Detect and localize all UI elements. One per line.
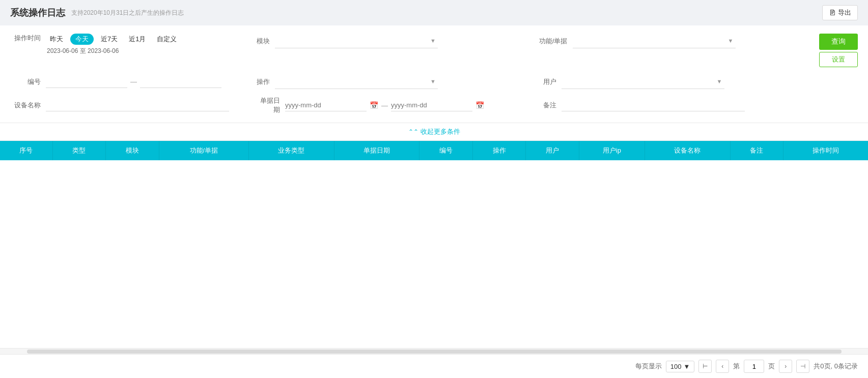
collapse-label: 收起更多条件 [421, 127, 460, 136]
first-page-button[interactable]: ⊢ [698, 360, 712, 373]
calendar-from-icon[interactable]: 📅 [370, 101, 378, 109]
action-buttons: 查询 设置 [819, 34, 858, 67]
function-chevron-icon: ▼ [728, 38, 736, 44]
col-type: 类型 [52, 141, 105, 160]
col-remark: 备注 [730, 141, 783, 160]
remark-input[interactable] [562, 99, 745, 111]
collapse-row: ⌃⌃ 收起更多条件 [0, 123, 868, 141]
table-wrapper: 序号 类型 模块 功能/单据 业务类型 单据日期 编号 操作 用户 用户ip 设… [0, 141, 868, 348]
time-btn-custom[interactable]: 自定义 [153, 34, 181, 45]
number-dash: — [130, 78, 137, 85]
module-select[interactable]: ▼ [275, 34, 438, 48]
device-input[interactable] [46, 99, 229, 111]
time-btn-7days[interactable]: 近7天 [97, 34, 122, 45]
col-date: 单据日期 [334, 141, 419, 160]
page-subtitle: 支持2020年10月31日之后产生的操作日志 [71, 9, 184, 17]
query-button[interactable]: 查询 [819, 34, 858, 50]
page-number-input[interactable] [744, 360, 764, 373]
date-from-input[interactable] [285, 99, 367, 111]
function-value [573, 36, 728, 46]
table-header: 序号 类型 模块 功能/单据 业务类型 单据日期 编号 操作 用户 用户ip 设… [0, 141, 868, 160]
collapse-button[interactable]: ⌃⌃ 收起更多条件 [408, 127, 460, 136]
col-operation: 操作 [472, 141, 525, 160]
empty-area [0, 160, 868, 313]
remark-label: 备注 [526, 101, 562, 110]
last-page-button[interactable]: ⊣ [796, 360, 809, 373]
filter-area: 操作时间 昨天 今天 近7天 近1月 自定义 2023-06-06 至 2023… [0, 25, 868, 123]
pagination: 每页显示 100 ▼ ⊢ ‹ 第 页 › ⊣ 共0页, 0条记录 [0, 354, 868, 378]
time-btn-yesterday[interactable]: 昨天 [46, 34, 67, 45]
page-title: 系统操作日志 [10, 7, 65, 19]
module-value [275, 36, 430, 46]
device-label: 设备名称 [10, 101, 46, 110]
time-label: 操作时间 [10, 34, 46, 43]
number-from-input[interactable] [46, 76, 127, 88]
col-user: 用户 [526, 141, 579, 160]
operation-label: 操作 [255, 77, 275, 86]
number-label: 编号 [10, 77, 46, 86]
per-page-chevron-icon: ▼ [683, 363, 690, 370]
collapse-icon: ⌃⌃ [408, 128, 418, 135]
user-chevron-icon: ▼ [717, 78, 724, 84]
time-btn-1month[interactable]: 近1月 [125, 34, 150, 45]
per-page-select[interactable]: 100 ▼ [666, 361, 695, 372]
settings-button[interactable]: 设置 [819, 52, 858, 67]
export-label: 导出 [838, 8, 851, 17]
col-op-time: 操作时间 [783, 141, 868, 160]
module-label: 模块 [255, 37, 275, 46]
export-icon: 🖹 [829, 9, 836, 17]
page-label: 第 [733, 362, 740, 371]
export-button[interactable]: 🖹 导出 [822, 5, 858, 20]
scrollbar-thumb[interactable] [27, 350, 842, 354]
user-value [562, 76, 717, 86]
user-select[interactable]: ▼ [562, 74, 724, 89]
function-label: 功能/单据 [537, 37, 573, 46]
time-btn-today[interactable]: 今天 [70, 34, 94, 45]
user-label: 用户 [526, 77, 562, 86]
date-dash: — [381, 102, 388, 109]
operation-chevron-icon: ▼ [430, 78, 438, 84]
prev-page-button[interactable]: ‹ [716, 360, 729, 373]
col-user-ip: 用户ip [579, 141, 645, 160]
col-function: 功能/单据 [159, 141, 248, 160]
scrollbar-area[interactable] [0, 348, 868, 354]
per-page-value: 100 [670, 363, 682, 370]
col-number: 编号 [419, 141, 472, 160]
operation-select[interactable]: ▼ [275, 74, 438, 89]
operation-value [275, 76, 430, 86]
next-page-button[interactable]: › [779, 360, 792, 373]
number-to-input[interactable] [140, 76, 221, 88]
calendar-to-icon[interactable]: 📅 [475, 101, 484, 109]
data-table: 序号 类型 模块 功能/单据 业务类型 单据日期 编号 操作 用户 用户ip 设… [0, 141, 868, 160]
time-range-display: 2023-06-06 至 2023-06-06 [46, 47, 181, 55]
per-page-label: 每页显示 [635, 362, 662, 371]
page-unit: 页 [768, 362, 775, 371]
total-label: 共0页, 0条记录 [814, 362, 858, 371]
col-module: 模块 [106, 141, 159, 160]
col-biztype: 业务类型 [249, 141, 334, 160]
date-to-input[interactable] [391, 99, 472, 111]
col-device: 设备名称 [645, 141, 730, 160]
col-index: 序号 [0, 141, 52, 160]
function-select[interactable]: ▼ [573, 34, 736, 48]
date-label: 单据日期 [255, 96, 285, 114]
module-chevron-icon: ▼ [430, 38, 438, 44]
